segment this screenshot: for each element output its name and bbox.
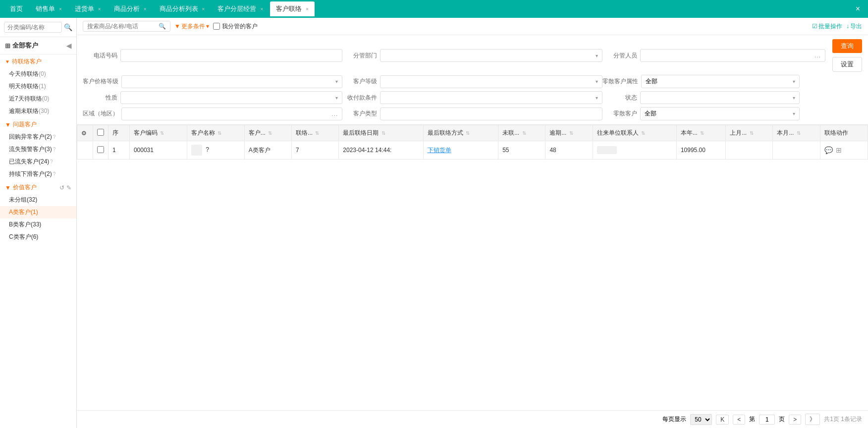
value-section-title[interactable]: ▼ 价值客户 ↺ ✎ xyxy=(0,180,76,194)
th-gear[interactable]: ⚙ xyxy=(77,125,93,141)
dept-select[interactable]: ▾ xyxy=(380,49,602,62)
filter-bar: 🔍 ▼ 更多条件 ▾ 我分管的客户 ☑ 批量操作 xyxy=(77,18,868,35)
sidebar-search-input[interactable] xyxy=(4,22,62,33)
search-button-icon[interactable]: 🔍 xyxy=(159,23,166,30)
status-select[interactable]: ▾ xyxy=(640,91,800,104)
tab-product-analysis[interactable]: 商品分析 × xyxy=(108,1,153,16)
export-button[interactable]: ↓ 导出 xyxy=(846,22,862,31)
th-type[interactable]: 客户... ⇅ xyxy=(244,125,291,141)
customer-type-input[interactable] xyxy=(380,107,602,120)
pending-section-title[interactable]: ▼ 待联络客户 xyxy=(0,54,76,68)
th-contact[interactable]: 联络... ⇅ xyxy=(292,125,339,141)
select-all-checkbox[interactable] xyxy=(97,129,104,136)
th-code[interactable]: 客户编码 ⇅ xyxy=(129,125,187,141)
tab-customer-contact[interactable]: 客户联络 × xyxy=(270,1,315,16)
td-checkbox[interactable] xyxy=(93,141,108,160)
last-page-button[interactable]: 》 xyxy=(805,414,820,425)
row-checkbox[interactable] xyxy=(97,146,104,153)
th-name[interactable]: 客户名称 ⇅ xyxy=(187,125,244,141)
prev-page-button[interactable]: < xyxy=(733,415,745,425)
query-button[interactable]: 查询 xyxy=(832,39,862,53)
region-input[interactable]: ... xyxy=(121,107,342,120)
sidebar: 🔍 ⊞ 全部客户 ◀ ▼ 待联络客户 今天待联络(0) 明天待联络(1) 近7天… xyxy=(0,18,77,428)
search-input[interactable] xyxy=(87,23,157,30)
sidebar-all-customers-header[interactable]: ⊞ 全部客户 ◀ xyxy=(0,37,76,54)
retail-customer-select[interactable]: 全部 ▾ xyxy=(640,107,800,120)
th-last-method[interactable]: 最后联络方式 ⇅ xyxy=(423,125,498,141)
th-last-date[interactable]: 最后联络日期 ⇅ xyxy=(339,125,423,141)
more-filter-button[interactable]: ▼ 更多条件 ▾ xyxy=(174,22,209,31)
close-all-tabs[interactable]: × xyxy=(852,2,864,15)
close-customer-contact-tab[interactable]: × xyxy=(306,6,309,12)
sidebar-item-tomorrow-pending[interactable]: 明天待联络(1) xyxy=(0,80,76,93)
page-size-select[interactable]: 50 xyxy=(690,414,712,425)
batch-operation-button[interactable]: ☑ 批量操作 xyxy=(812,22,842,31)
customer-level-select[interactable]: ▾ xyxy=(380,75,602,88)
th-contact-person[interactable]: 往来单位联系人 ⇅ xyxy=(593,125,676,141)
next-page-button[interactable]: > xyxy=(789,415,801,425)
payment-select[interactable]: ▾ xyxy=(380,91,602,104)
my-customers-checkbox[interactable] xyxy=(213,23,220,30)
close-customer-tier-tab[interactable]: × xyxy=(260,6,263,12)
sidebar-item-b-class[interactable]: B类客户(33) xyxy=(0,218,76,231)
tab-customer-tier[interactable]: 客户分层经营 × xyxy=(212,1,269,16)
help-icon-2: ? xyxy=(53,147,56,152)
table-scroll-area[interactable]: ⚙ 序 客户编码 ⇅ 客户名称 ⇅ 客户... ⇅ 联络... ⇅ 最后联络日期… xyxy=(77,125,868,410)
sidebar-item-7days-pending[interactable]: 近7天待联络(0) xyxy=(0,93,76,105)
th-checkbox[interactable] xyxy=(93,125,108,141)
th-last-month[interactable]: 上月... ⇅ xyxy=(726,125,773,141)
tab-sales[interactable]: 销售单 × xyxy=(30,1,68,16)
comment-action-icon[interactable]: 💬 xyxy=(824,146,833,154)
th-this-month[interactable]: 本月... ⇅ xyxy=(773,125,820,141)
sidebar-item-c-class[interactable]: C类客户(6) xyxy=(0,231,76,243)
row-action-icons: 💬 ⊞ xyxy=(824,146,864,154)
sidebar-item-a-class[interactable]: A类客户(1) xyxy=(0,206,76,218)
problem-arrow-icon: ▼ xyxy=(5,121,11,128)
sidebar-item-ungrouped[interactable]: 未分组(32) xyxy=(0,194,76,206)
edit-value-icon[interactable]: ✎ xyxy=(66,184,71,191)
td-contact-count: 7 xyxy=(292,141,339,160)
nature-select[interactable]: ▾ xyxy=(120,91,342,104)
sidebar-search-icon[interactable]: 🔍 xyxy=(64,23,72,31)
help-icon-3: ? xyxy=(50,159,53,164)
close-product-analysis-list-tab[interactable]: × xyxy=(202,6,205,12)
price-level-select[interactable]: ▾ xyxy=(121,75,342,88)
filter-cell-retail-attr: 零散客户属性 全部 ▾ xyxy=(602,75,862,88)
setting-button[interactable]: 设置 xyxy=(832,57,862,72)
sidebar-item-churn-warning[interactable]: 流失预警客户(3) ? xyxy=(0,143,76,156)
page-number-input[interactable] xyxy=(759,415,775,425)
customer-level-chevron-icon: ▾ xyxy=(596,79,598,84)
sidebar-item-abnormal-repurchase[interactable]: 回购异常客户(2) ? xyxy=(0,131,76,143)
filter-cell-customer-type: 客户类型 xyxy=(342,107,602,120)
sidebar-item-declining[interactable]: 持续下滑客户(2) ? xyxy=(0,168,76,180)
refresh-icon[interactable]: ↺ xyxy=(59,184,64,191)
sidebar-item-churned[interactable]: 已流失客户(24) ? xyxy=(0,156,76,168)
th-uncontacted[interactable]: 未联... ⇅ xyxy=(498,125,545,141)
manager-input[interactable]: ... xyxy=(640,49,825,62)
td-last-method[interactable]: 下销货单 xyxy=(423,141,498,160)
last-method-link[interactable]: 下销货单 xyxy=(428,147,451,154)
sidebar-item-overdue-contact[interactable]: 逾期未联络(30) xyxy=(0,105,76,117)
th-overdue[interactable]: 逾期... ⇅ xyxy=(545,125,593,141)
close-purchase-tab[interactable]: × xyxy=(98,6,101,12)
tab-product-analysis-list[interactable]: 商品分析列表 × xyxy=(154,1,211,16)
close-product-analysis-tab[interactable]: × xyxy=(144,6,147,12)
retail-attr-select[interactable]: 全部 ▾ xyxy=(641,75,800,88)
first-page-button[interactable]: K xyxy=(716,415,729,425)
problem-section-title[interactable]: ▼ 问题客户 xyxy=(0,117,76,131)
my-customers-checkbox-label[interactable]: 我分管的客户 xyxy=(213,22,258,31)
filter-cell-manager: 分管人员 ... 查询 设置 xyxy=(602,39,862,72)
tab-home[interactable]: 首页 xyxy=(4,1,29,16)
td-seq: 1 xyxy=(108,141,130,160)
close-sales-tab[interactable]: × xyxy=(59,6,62,12)
sidebar-collapse-icon[interactable]: ◀ xyxy=(66,42,71,50)
sidebar-item-today-pending[interactable]: 今天待联络(0) xyxy=(0,68,76,80)
th-this-year[interactable]: 本年... ⇅ xyxy=(676,125,725,141)
search-wrap: 🔍 xyxy=(83,21,170,32)
tab-purchase[interactable]: 进货单 × xyxy=(69,1,107,16)
grid-action-icon[interactable]: ⊞ xyxy=(836,146,842,154)
sort-date-icon: ⇅ xyxy=(381,130,385,136)
phone-input[interactable] xyxy=(120,49,342,62)
manager-label: 分管人员 xyxy=(602,52,637,60)
status-chevron-icon: ▾ xyxy=(793,95,795,101)
